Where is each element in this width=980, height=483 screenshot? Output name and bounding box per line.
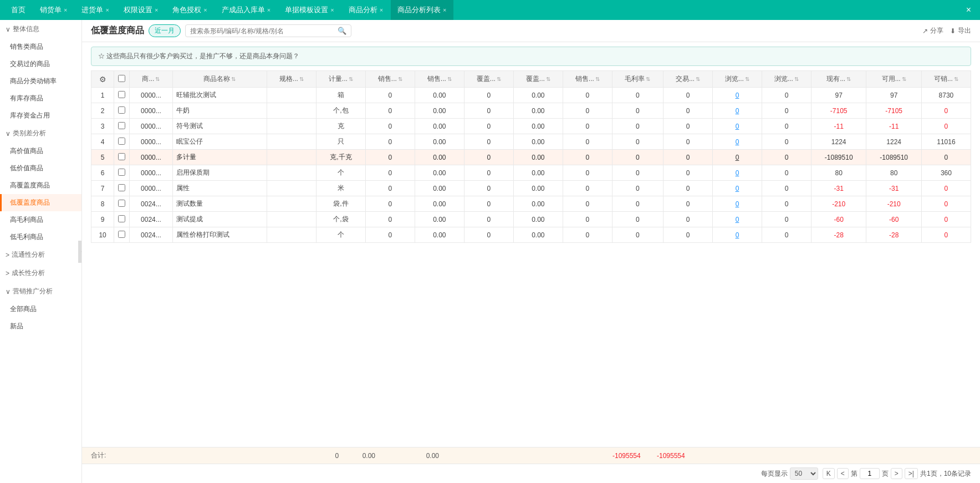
row-checkbox-9[interactable] — [114, 212, 130, 227]
row-checkbox-3[interactable] — [114, 119, 130, 134]
th-sales-amt[interactable]: 销售...⇅ — [415, 71, 464, 88]
sidebar-section-overall[interactable]: ∨ 整体信息 — [0, 20, 81, 38]
row-browse1-2[interactable]: 0 — [712, 103, 762, 119]
sidebar-item-stock-capital[interactable]: 库存资金占用 — [0, 107, 81, 124]
th-cov2[interactable]: 覆盖...⇅ — [513, 71, 563, 88]
sort-icon[interactable]: ⇅ — [595, 76, 600, 82]
sidebar-item-stock-goods[interactable]: 有库存商品 — [0, 90, 81, 107]
select-all-checkbox[interactable] — [118, 75, 125, 82]
row-browse1-6[interactable]: 0 — [712, 165, 762, 181]
row-browse1-9[interactable]: 0 — [712, 212, 762, 227]
export-button[interactable]: ⬇ 导出 — [950, 26, 971, 35]
th-browse2[interactable]: 浏览...⇅ — [762, 71, 811, 88]
row-checkbox-1[interactable] — [114, 88, 130, 103]
close-icon[interactable]: × — [203, 7, 207, 13]
share-button[interactable]: ↗ 分享 — [922, 26, 943, 35]
row-checkbox-6[interactable] — [114, 165, 130, 181]
nav-tab-template[interactable]: 单据模板设置 × — [278, 0, 340, 20]
sidebar-item-high-value[interactable]: 高价值商品 — [0, 143, 81, 160]
row-browse1-4[interactable]: 0 — [712, 134, 762, 150]
th-name[interactable]: 商品名称⇅ — [172, 71, 267, 88]
row-checkbox-4[interactable] — [114, 134, 130, 150]
current-page-input[interactable] — [860, 468, 880, 479]
close-icon[interactable]: × — [105, 7, 109, 13]
sidebar-item-traded-goods[interactable]: 交易过的商品 — [0, 55, 81, 73]
sidebar-item-low-value[interactable]: 低价值商品 — [0, 160, 81, 177]
last-page-button[interactable]: >| — [905, 468, 918, 479]
nav-tab-permissions[interactable]: 权限设置 × — [117, 0, 165, 20]
row-browse1-1[interactable]: 0 — [712, 88, 762, 103]
next-page-button[interactable]: > — [891, 468, 902, 479]
sidebar-section-liquidity[interactable]: > 流通性分析 — [0, 246, 81, 264]
table-container[interactable]: ⚙ 商...⇅ 商品名称⇅ 规格...⇅ 计量...⇅ 销售...⇅ 销售...… — [82, 70, 980, 447]
sort-icon[interactable]: ⇅ — [497, 76, 501, 82]
th-sellable[interactable]: 可销...⇅ — [921, 71, 971, 88]
th-current-stock[interactable]: 现有...⇅ — [811, 71, 866, 88]
nav-tab-goods-analysis[interactable]: 商品分析 × — [342, 0, 390, 20]
th-code[interactable]: 商...⇅ — [130, 71, 173, 88]
sidebar-item-low-margin[interactable]: 低毛利商品 — [0, 228, 81, 246]
prev-page-button[interactable]: < — [837, 468, 849, 479]
per-page-select[interactable]: 50 10 20 100 — [790, 467, 818, 480]
time-filter-button[interactable]: 近一月 — [149, 24, 181, 37]
nav-tab-goods-analysis-list[interactable]: 商品分析列表 × — [391, 0, 453, 20]
sidebar-item-high-coverage[interactable]: 高覆盖度商品 — [0, 177, 81, 194]
sidebar-item-sales-goods[interactable]: 销售类商品 — [0, 38, 81, 55]
row-checkbox-10[interactable] — [114, 227, 130, 243]
row-checkbox-5[interactable] — [114, 150, 130, 165]
settings-icon[interactable]: ⚙ — [99, 75, 106, 84]
sort-icon[interactable]: ⇅ — [299, 76, 304, 82]
sort-icon[interactable]: ⇅ — [349, 76, 353, 82]
sidebar-section-marketing[interactable]: ∨ 营销推广分析 — [0, 282, 81, 301]
sort-icon[interactable]: ⇅ — [155, 76, 160, 82]
sidebar-section-growth[interactable]: > 成长性分析 — [0, 264, 81, 282]
close-icon[interactable]: × — [443, 7, 446, 13]
th-trade[interactable]: 交易...⇅ — [663, 71, 712, 88]
close-icon[interactable]: × — [64, 7, 67, 13]
th-spec[interactable]: 规格...⇅ — [267, 71, 316, 88]
nav-tab-home[interactable]: 首页 — [4, 0, 32, 20]
sort-icon[interactable]: ⇅ — [646, 76, 650, 82]
search-input[interactable] — [190, 27, 335, 35]
sidebar-collapse-button[interactable]: « — [78, 241, 82, 263]
sidebar-item-high-margin[interactable]: 高毛利商品 — [0, 211, 81, 228]
row-checkbox-2[interactable] — [114, 103, 130, 119]
sort-icon[interactable]: ⇅ — [902, 76, 906, 82]
sort-icon[interactable]: ⇅ — [846, 76, 851, 82]
row-browse1-10[interactable]: 0 — [712, 227, 762, 243]
sort-icon[interactable]: ⇅ — [546, 76, 550, 82]
first-page-button[interactable]: K — [823, 468, 835, 479]
sidebar-item-category-rate[interactable]: 商品分类动销率 — [0, 73, 81, 90]
th-cov1[interactable]: 覆盖...⇅ — [464, 71, 513, 88]
sidebar-item-low-coverage[interactable]: 低覆盖度商品 — [0, 194, 81, 211]
nav-tab-salesorder[interactable]: 销货单 × — [33, 0, 74, 20]
close-icon[interactable]: × — [267, 7, 270, 13]
row-browse1-5[interactable]: 0 — [712, 150, 762, 165]
row-browse1-7[interactable]: 0 — [712, 181, 762, 196]
close-icon[interactable]: × — [380, 7, 383, 13]
sort-icon[interactable]: ⇅ — [745, 76, 749, 82]
sidebar-item-all-goods[interactable]: 全部商品 — [0, 301, 81, 318]
sort-icon[interactable]: ⇅ — [696, 76, 700, 82]
th-unit[interactable]: 计量...⇅ — [316, 71, 365, 88]
row-browse1-8[interactable]: 0 — [712, 196, 762, 212]
th-sales3[interactable]: 销售...⇅ — [563, 71, 612, 88]
nav-tab-production[interactable]: 产成品入库单 × — [215, 0, 277, 20]
th-gross-margin[interactable]: 毛利率⇅ — [612, 71, 663, 88]
th-gear[interactable]: ⚙ — [91, 71, 114, 88]
window-close-button[interactable]: × — [962, 5, 976, 15]
th-sales-qty[interactable]: 销售...⇅ — [365, 71, 415, 88]
th-checkbox[interactable] — [114, 71, 130, 88]
nav-tab-purchase[interactable]: 进货单 × — [75, 0, 115, 20]
sort-icon[interactable]: ⇅ — [794, 76, 799, 82]
sort-icon[interactable]: ⇅ — [231, 76, 236, 82]
th-available[interactable]: 可用...⇅ — [866, 71, 921, 88]
row-checkbox-8[interactable] — [114, 196, 130, 212]
sort-icon[interactable]: ⇅ — [954, 76, 958, 82]
sidebar-section-category[interactable]: ∨ 类别差分析 — [0, 124, 81, 143]
row-checkbox-7[interactable] — [114, 181, 130, 196]
th-browse1[interactable]: 浏览...⇅ — [712, 71, 762, 88]
close-icon[interactable]: × — [330, 7, 334, 13]
nav-tab-roles[interactable]: 角色授权 × — [166, 0, 213, 20]
sidebar-item-new-goods[interactable]: 新品 — [0, 318, 81, 335]
